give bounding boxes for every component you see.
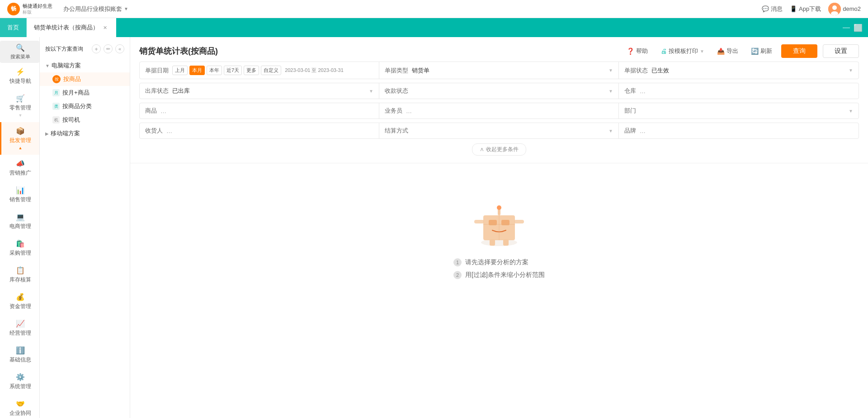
empty-hint-2: 2 用[过滤]条件来缩小分析范围: [453, 271, 545, 279]
print-icon: 🖨: [660, 48, 667, 55]
page-title-bar: 销货单统计表(按商品) ❓ 帮助 🖨 按模板打印 ▼ 📤 导出: [130, 37, 868, 62]
purchase-label: 采购管理: [9, 249, 31, 257]
workspace-name: 办公用品行业模拟账套: [63, 5, 122, 13]
empty-hint-1: 1 请先选择要分析的方案: [453, 258, 545, 266]
pc-tree-arrow: ▼: [45, 63, 50, 68]
filter-cell-warehouse[interactable]: 仓库 …: [619, 83, 859, 99]
content-area: 按以下方案查询 + ✏ « ▼ 电脑端方案 按 按商品 月: [40, 37, 868, 418]
sidebar-item-purchase[interactable]: 🛍️ 采购管理: [0, 235, 39, 261]
message-icon: 💬: [762, 5, 769, 12]
warehouse-label: 仓库: [624, 87, 636, 95]
tab-restore-button[interactable]: ⬜: [854, 24, 863, 32]
date-btn-custom[interactable]: 自定义: [261, 66, 281, 75]
tree-child-by-month-goods[interactable]: 月 按月+商品: [40, 86, 130, 100]
filter-cell-payment-status[interactable]: 收款状态 ▼: [379, 83, 619, 99]
print-dropdown-arrow: ▼: [700, 49, 704, 54]
tree-parent-mobile[interactable]: ▶ 移动端方案: [40, 127, 130, 140]
warehouse-icon: 机: [52, 116, 60, 124]
doc-status-label: 单据状态: [624, 66, 648, 75]
sidebar-item-retail[interactable]: 🛒 零售管理 ▼: [0, 90, 39, 122]
username-label: demo2: [843, 5, 861, 12]
by-goods-category-label: 按商品分类: [62, 102, 92, 110]
wholesale-expand-icon: ▲: [19, 146, 23, 150]
sidebar-item-quick-nav[interactable]: ⚡ 快捷导航: [0, 63, 39, 90]
filter-row-1: 单据日期 上月 本月 本年 近7天 更多 自定义 2023-03-01 至 20…: [139, 62, 859, 79]
tree-parent-pc[interactable]: ▼ 电脑端方案: [40, 59, 130, 72]
message-button[interactable]: 💬 消息: [762, 5, 783, 13]
quick-nav-label: 快捷导航: [9, 77, 31, 85]
sidebar-item-search[interactable]: 🔍 搜索菜单: [0, 41, 39, 63]
filter-cell-settlement[interactable]: 结算方式 ▼: [379, 123, 619, 138]
query-button[interactable]: 查询: [781, 44, 817, 58]
logo-area[interactable]: 畅 畅捷通好生意 标版: [7, 3, 52, 15]
filter-cell-doc-type[interactable]: 单据类型 销货单 ▼: [379, 62, 619, 79]
sidebar-item-finance[interactable]: 💰 资金管理: [0, 288, 39, 315]
tab-sales-stats[interactable]: 销货单统计表（按商品） ✕: [27, 18, 116, 37]
settlement-arrow: ▼: [609, 128, 613, 133]
marketing-icon: 📣: [16, 159, 25, 168]
doc-type-arrow: ▼: [609, 68, 613, 73]
page-title: 销货单统计表(按商品): [139, 46, 218, 57]
filter-cell-receiver[interactable]: 收货人 …: [140, 123, 379, 138]
main-layout: 🔍 搜索菜单 ⚡ 快捷导航 🛒 零售管理 ▼ 📦 批发管理 ▲ 📣 营销推广 📊…: [0, 37, 868, 418]
refresh-icon: 🔄: [751, 48, 759, 55]
quick-nav-icon: ⚡: [16, 67, 25, 76]
sidebar-item-basic-info[interactable]: ℹ️ 基础信息: [0, 342, 39, 368]
workspace-selector[interactable]: 办公用品行业模拟账套 ▼: [63, 5, 128, 13]
sidebar-item-system[interactable]: ⚙️ 系统管理: [0, 368, 39, 395]
purchase-icon: 🛍️: [16, 239, 25, 248]
sidebar-item-wholesale[interactable]: 📦 批发管理 ▲: [0, 122, 39, 155]
refresh-button[interactable]: 🔄 刷新: [747, 45, 776, 57]
inventory-label: 库存核算: [9, 276, 31, 284]
filter-cell-salesman[interactable]: 业务员 …: [379, 103, 619, 119]
tree-child-by-goods[interactable]: 按 按商品: [40, 72, 130, 86]
panel-actions: + ✏ «: [92, 44, 124, 53]
sidebar-item-ecom[interactable]: 💻 电商管理: [0, 208, 39, 235]
marketing-label: 营销推广: [9, 169, 31, 177]
system-icon: ⚙️: [16, 373, 25, 381]
sidebar-item-enterprise[interactable]: 🤝 企业协同: [0, 395, 39, 418]
doc-type-label: 单据类型: [385, 66, 408, 75]
filter-cell-goods[interactable]: 商品 …: [140, 103, 379, 119]
panel-add-button[interactable]: +: [92, 44, 101, 53]
tab-home[interactable]: 首页: [0, 18, 27, 37]
date-btn-last-month[interactable]: 上月: [172, 66, 188, 75]
help-button[interactable]: ❓ 帮助: [623, 45, 651, 57]
panel-edit-button[interactable]: ✏: [104, 44, 113, 53]
sidebar-item-inventory[interactable]: 📋 库存核算: [0, 261, 39, 288]
template-print-button[interactable]: 🖨 按模板打印 ▼: [657, 45, 708, 57]
tree-child-by-goods-category[interactable]: 类 按商品分类: [40, 100, 130, 113]
filter-cell-doc-status[interactable]: 单据状态 已生效 ▼: [619, 62, 859, 79]
tab-close-button[interactable]: ✕: [101, 24, 108, 31]
out-status-label: 出库状态: [145, 87, 169, 95]
filter-cell-out-status[interactable]: 出库状态 已出库 ▼: [140, 83, 379, 99]
hint-text-2: 用[过滤]条件来缩小分析范围: [465, 271, 545, 279]
sidebar-item-ops[interactable]: 📈 经营管理: [0, 315, 39, 342]
date-btn-more[interactable]: 更多: [244, 66, 259, 75]
app-download-button[interactable]: 📱 App下载: [790, 5, 821, 13]
wholesale-label: 批发管理: [9, 137, 31, 144]
sidebar: 🔍 搜索菜单 ⚡ 快捷导航 🛒 零售管理 ▼ 📦 批发管理 ▲ 📣 营销推广 📊…: [0, 37, 40, 418]
ecom-icon: 💻: [16, 213, 25, 221]
print-label: 按模板打印: [669, 47, 698, 55]
date-btn-this-year[interactable]: 本年: [207, 66, 222, 75]
filter-cell-brand[interactable]: 品牌 …: [619, 123, 859, 138]
date-btn-7days[interactable]: 近7天: [224, 66, 242, 75]
filter-cell-dept[interactable]: 部门 ▼: [619, 103, 859, 119]
sidebar-item-sales-mgmt[interactable]: 📊 销售管理: [0, 181, 39, 208]
by-month-goods-label: 按月+商品: [62, 89, 90, 97]
logo-icon: 畅: [7, 3, 20, 15]
user-menu[interactable]: demo2: [828, 3, 861, 15]
export-button[interactable]: 📤 导出: [713, 45, 742, 57]
svg-rect-11: [490, 239, 495, 246]
collapse-more-button[interactable]: ∧ 收起更多条件: [472, 143, 526, 156]
retail-icon: 🛒: [16, 94, 25, 103]
tree-child-by-warehouse[interactable]: 机 按司机: [40, 113, 130, 127]
date-btn-this-month[interactable]: 本月: [189, 66, 205, 75]
panel-collapse-button[interactable]: «: [115, 44, 124, 53]
finance-label: 资金管理: [9, 303, 31, 310]
hint-text-1: 请先选择要分析的方案: [465, 258, 528, 266]
settings-button[interactable]: 设置: [823, 44, 859, 58]
sidebar-item-marketing[interactable]: 📣 营销推广: [0, 155, 39, 181]
tab-minimize-button[interactable]: —: [843, 24, 850, 32]
